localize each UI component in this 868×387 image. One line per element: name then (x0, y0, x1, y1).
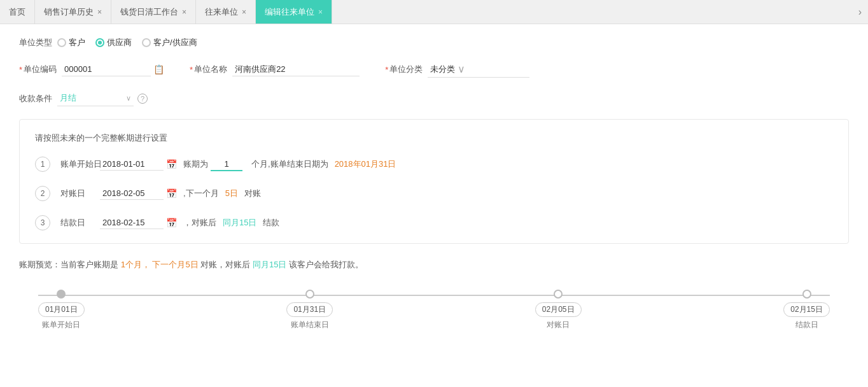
unit-type-group: 单位类型 客户 供应商 客户/供应商 (19, 37, 197, 48)
period-box: 请按照未来的一个完整帐期进行设置 1 账单开始日 📅 账期为 个月,账单结束日期… (19, 119, 849, 244)
calendar-icon-2[interactable]: 📅 (166, 188, 177, 199)
preview-text: 账期预览：当前客户账期是 1个月， 下一个月5日 对账，对账后 同月15日 该客… (19, 259, 849, 271)
unit-type-radios: 客户 供应商 客户/供应商 (57, 37, 197, 48)
payment-terms-group: 收款条件 月结 ∨ ? (19, 90, 148, 106)
period-date-3[interactable] (100, 216, 164, 229)
period-date-1[interactable] (100, 158, 164, 171)
radio-both-label: 客户/供应商 (153, 37, 197, 48)
period-row-2: 2 对账日 📅 ,下一个月 5日 对账 (35, 186, 833, 201)
timeline-points: 01月01日 账单开始日 01月31日 账单结束日 02月05日 对账日 (19, 290, 849, 330)
unit-type-label: 单位类型 (19, 37, 52, 48)
period-num-2: 2 (35, 186, 50, 201)
calendar-icon-3[interactable]: 📅 (166, 218, 177, 228)
timeline-caption-1: 账单开始日 (42, 320, 80, 330)
radio-both[interactable]: 客户/供应商 (142, 37, 197, 48)
calendar-icon-code[interactable]: 📋 (153, 64, 164, 74)
payment-terms-select[interactable]: 月结 ∨ (57, 90, 134, 106)
tab-more-button[interactable]: › (852, 6, 868, 18)
tab-sales-history-close[interactable]: × (97, 8, 102, 17)
unit-info-row: * 单位编码 📋 * 单位名称 * 单位分类 未分类 ∨ (19, 61, 849, 78)
payment-terms-label: 收款条件 (19, 93, 52, 104)
tab-sales-history[interactable]: 销售订单历史 × (35, 0, 111, 24)
required-star-category: * (385, 65, 388, 74)
preview-section: 账期预览：当前客户账期是 1个月， 下一个月5日 对账，对账后 同月15日 该客… (19, 250, 849, 349)
timeline-label-4: 02月15日 (783, 302, 830, 317)
period-num-3: 3 (35, 215, 50, 230)
unit-code-label: 单位编码 (24, 64, 57, 75)
tab-cashflow-label: 钱货日清工作台 (120, 6, 178, 18)
required-star-code: * (19, 65, 22, 74)
period-desc-2a: ,下一个月 (183, 188, 219, 199)
radio-supplier[interactable]: 供应商 (95, 37, 132, 48)
radio-customer-circle (57, 38, 66, 47)
period-month-input[interactable] (211, 158, 242, 171)
unit-name-label: 单位名称 (194, 64, 227, 75)
radio-both-circle (142, 38, 151, 47)
tab-sales-history-label: 销售订单历史 (44, 6, 94, 18)
unit-code-input[interactable] (62, 62, 151, 76)
timeline-label-3: 02月05日 (535, 302, 582, 317)
preview-label: 账期预览：当前客户账期是 (19, 260, 118, 269)
required-star-name: * (190, 65, 193, 74)
tab-cashflow-close[interactable]: × (182, 8, 186, 17)
timeline-dot-2 (305, 290, 314, 299)
select-arrow-icon: ∨ (126, 94, 131, 102)
period-label-2: 对账日 (60, 188, 92, 199)
timeline-dot-3 (554, 290, 563, 299)
radio-customer-label: 客户 (69, 37, 85, 48)
period-date-2[interactable] (100, 187, 164, 200)
unit-category-group: * 单位分类 未分类 ∨ (385, 61, 529, 78)
calendar-icon-1[interactable]: 📅 (166, 159, 177, 169)
unit-type-row: 单位类型 客户 供应商 客户/供应商 (19, 37, 849, 48)
preview-part2: 下一个月5日 (152, 260, 198, 269)
period-highlight-date-1: 2018年01月31日 (335, 158, 396, 170)
timeline-label-2: 01月31日 (286, 302, 333, 317)
tab-home[interactable]: 首页 (0, 0, 35, 24)
timeline-caption-4: 结款日 (795, 320, 818, 330)
timeline-point-4: 02月15日 结款日 (783, 290, 830, 330)
unit-name-input[interactable] (232, 62, 360, 76)
radio-customer[interactable]: 客户 (57, 37, 85, 48)
preview-part5: 该客户会给我打款。 (289, 260, 363, 269)
payment-terms-value: 月结 (60, 92, 123, 104)
tab-cashflow[interactable]: 钱货日清工作台 × (111, 0, 196, 24)
period-desc-1b: 个月,账单结束日期为 (251, 158, 328, 170)
timeline-caption-2: 账单结束日 (291, 320, 329, 330)
tab-edit-unit[interactable]: 编辑往来单位 × (256, 0, 332, 24)
period-num-1: 1 (35, 157, 50, 172)
period-label-3: 结款日 (60, 217, 92, 229)
period-label-1: 账单开始日 (60, 158, 92, 170)
dropdown-arrow-icon: ∨ (458, 63, 465, 75)
preview-part1: 1个月， (121, 260, 150, 269)
period-row-1: 1 账单开始日 📅 账期为 个月,账单结束日期为 2018年01月31日 (35, 157, 833, 172)
radio-supplier-label: 供应商 (107, 37, 132, 48)
timeline-label-1: 01月01日 (38, 302, 85, 317)
unit-code-group: * 单位编码 📋 (19, 62, 164, 76)
unit-name-group: * 单位名称 (190, 62, 360, 76)
main-content: 单位类型 客户 供应商 客户/供应商 * 单位编码 (0, 24, 868, 387)
timeline-point-3: 02月05日 对账日 (535, 290, 582, 330)
preview-part4: 同月15日 (253, 260, 286, 269)
timeline-point-1: 01月01日 账单开始日 (38, 290, 85, 330)
payment-terms-row: 收款条件 月结 ∨ ? (19, 90, 849, 106)
period-desc-2b: 对账 (244, 188, 261, 199)
preview-part3: 对账，对账后 (200, 260, 250, 269)
tab-related-unit-close[interactable]: × (242, 8, 246, 17)
tab-related-unit[interactable]: 往来单位 × (196, 0, 256, 24)
tab-edit-unit-close[interactable]: × (318, 8, 323, 17)
period-desc-1: 账期为 (183, 158, 208, 170)
unit-category-select[interactable]: 未分类 ∨ (428, 61, 529, 78)
period-desc-3b: 结款 (263, 217, 279, 229)
timeline-container: 01月01日 账单开始日 01月31日 账单结束日 02月05日 对账日 (19, 283, 849, 349)
help-icon[interactable]: ? (137, 94, 148, 104)
timeline-caption-3: 对账日 (547, 320, 570, 330)
period-highlight-3: 同月15日 (223, 217, 256, 229)
unit-category-label: 单位分类 (389, 64, 423, 75)
tab-related-unit-label: 往来单位 (205, 6, 238, 18)
period-highlight-2: 5日 (225, 188, 238, 199)
unit-category-value: 未分类 (430, 64, 455, 75)
tabs-bar: 首页 销售订单历史 × 钱货日清工作台 × 往来单位 × 编辑往来单位 × › (0, 0, 868, 24)
period-title: 请按照未来的一个完整帐期进行设置 (35, 132, 833, 144)
tab-home-label: 首页 (9, 6, 25, 18)
period-row-3: 3 结款日 📅 ，对账后 同月15日 结款 (35, 215, 833, 230)
